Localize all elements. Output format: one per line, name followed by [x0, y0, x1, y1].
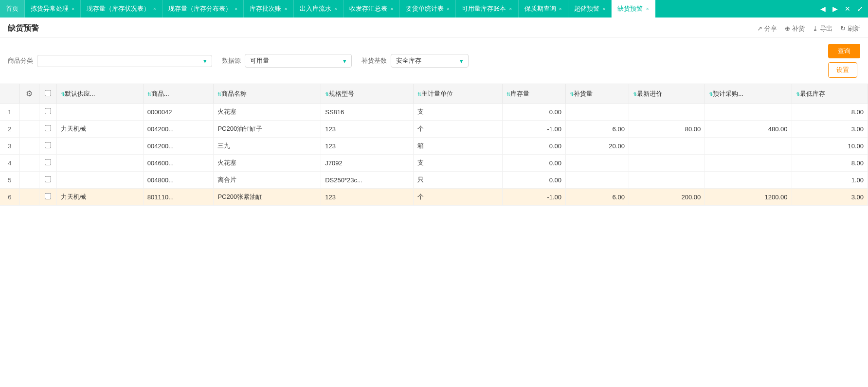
nav-tab-close-1[interactable]: ×	[72, 6, 74, 12]
nav-tab-7[interactable]: 要货单统计表×	[400, 0, 456, 18]
th-min_stock[interactable]: ⇅最低库存	[792, 84, 868, 104]
th-stock_qty[interactable]: ⇅库存量	[503, 84, 566, 104]
nav-tab-close-2[interactable]: ×	[153, 6, 156, 12]
th-estimated_purchase[interactable]: ⇅预计采购...	[705, 84, 792, 104]
col-label-latest_price: 最新进价	[637, 90, 662, 97]
replenish-action[interactable]: ⊕ 补货	[785, 24, 805, 33]
nav-tab-close-6[interactable]: ×	[390, 6, 393, 12]
nav-tab-3[interactable]: 现存量（库存分布表）×	[163, 0, 244, 18]
cell-check-2[interactable]	[39, 138, 56, 155]
nav-tab-label-2: 现存量（库存状况表）	[87, 4, 150, 13]
gear-icon[interactable]: ⚙	[26, 89, 33, 98]
nav-tab-close-10[interactable]: ×	[602, 6, 605, 12]
row-checkbox-4[interactable]	[45, 176, 51, 182]
cell-check-0[interactable]	[39, 104, 56, 121]
th-check	[39, 84, 56, 104]
th-product_name[interactable]: ⇅商品名称	[214, 84, 321, 104]
nav-tab-0[interactable]: 首页	[0, 0, 25, 18]
sort-icon-replenish_qty: ⇅	[570, 91, 574, 97]
table-row: 10000042火花塞SS816支0.008.00	[0, 104, 868, 121]
nav-tab-10[interactable]: 超储预警×	[568, 0, 612, 18]
th-unit[interactable]: ⇅主计量单位	[414, 84, 503, 104]
nav-tab-label-5: 出入库流水	[300, 4, 331, 13]
export-action[interactable]: ⤓ 导出	[813, 24, 832, 33]
row-checkbox-2[interactable]	[45, 142, 51, 148]
filter-actions: 查询 设置	[828, 44, 860, 78]
cell-stock_qty-5: -1.00	[503, 189, 566, 206]
cell-default_supplier-5: 力天机械	[56, 189, 143, 206]
datasource-select-value: 可用量	[250, 56, 269, 65]
settings-button[interactable]: 设置	[828, 62, 857, 78]
cell-settings-4	[19, 172, 39, 189]
cell-unit-5: 个	[414, 189, 503, 206]
nav-tab-close-9[interactable]: ×	[559, 6, 562, 12]
share-action[interactable]: ↗ 分享	[757, 24, 777, 33]
th-default_supplier[interactable]: ⇅默认供应...	[56, 84, 143, 104]
nav-tab-close-7[interactable]: ×	[447, 6, 450, 12]
commodity-filter-group: 商品分类 ▾	[8, 55, 212, 67]
nav-tab-5[interactable]: 出入库流水×	[294, 0, 344, 18]
nav-expand-btn[interactable]: ⤢	[854, 3, 866, 15]
nav-close-btn[interactable]: ✕	[842, 3, 853, 15]
cell-stock_qty-1: -1.00	[503, 121, 566, 138]
nav-tab-close-5[interactable]: ×	[334, 6, 337, 12]
datasource-select[interactable]: 可用量 ▾	[245, 54, 352, 68]
nav-tab-label-9: 保质期查询	[524, 4, 556, 13]
col-label-min_stock: 最低库存	[800, 90, 825, 97]
th-replenish_qty[interactable]: ⇅补货量	[565, 84, 629, 104]
th-latest_price[interactable]: ⇅最新进价	[629, 84, 705, 104]
nav-tab-4[interactable]: 库存批次账×	[244, 0, 293, 18]
cell-spec-1: 123	[321, 121, 414, 138]
nav-tab-1[interactable]: 拣货异常处理×	[25, 0, 81, 18]
cell-check-4[interactable]	[39, 172, 56, 189]
nav-bar: 首页拣货异常处理×现存量（库存状况表）×现存量（库存分布表）×库存批次账×出入库…	[0, 0, 868, 18]
cell-check-3[interactable]	[39, 155, 56, 172]
nav-tab-close-8[interactable]: ×	[509, 6, 512, 12]
cell-settings-3	[19, 155, 39, 172]
commodity-select[interactable]: ▾	[37, 55, 212, 67]
cell-spec-2: 123	[321, 138, 414, 155]
nav-tab-2[interactable]: 现存量（库存状况表）×	[81, 0, 162, 18]
cell-estimated_purchase-1: 480.00	[705, 121, 792, 138]
nav-tab-label-1: 拣货异常处理	[31, 4, 69, 13]
main-content: 缺货预警 ↗ 分享 ⊕ 补货 ⤓ 导出 ↻ 刷新 商品分类	[0, 18, 868, 387]
refresh-action[interactable]: ↻ 刷新	[840, 24, 860, 33]
th-product_code[interactable]: ⇅商品...	[143, 84, 214, 104]
nav-tab-close-11[interactable]: ×	[646, 6, 649, 12]
nav-tab-9[interactable]: 保质期查询×	[519, 0, 568, 18]
select-all-checkbox[interactable]	[45, 90, 51, 96]
nav-tab-close-4[interactable]: ×	[284, 6, 287, 12]
row-checkbox-1[interactable]	[45, 125, 51, 131]
row-checkbox-5[interactable]	[45, 193, 51, 199]
nav-tab-label-0: 首页	[6, 4, 18, 13]
nav-tab-11[interactable]: 缺货预警×	[612, 0, 655, 18]
row-checkbox-3[interactable]	[45, 159, 51, 165]
cell-latest_price-1: 80.00	[629, 121, 705, 138]
replenish-label: 补货	[792, 24, 805, 33]
data-table: ⚙⇅默认供应...⇅商品...⇅商品名称⇅规格型号⇅主计量单位⇅库存量⇅补货量⇅…	[0, 84, 868, 206]
nav-next-btn[interactable]: ▶	[830, 3, 841, 15]
nav-tab-label-6: 收发存汇总表	[349, 4, 387, 13]
nav-prev-btn[interactable]: ◀	[817, 3, 829, 15]
cell-estimated_purchase-3	[705, 155, 792, 172]
cell-replenish_qty-5: 6.00	[565, 189, 629, 206]
cell-rownum-0: 1	[0, 104, 19, 121]
cell-product_code-5: 801110...	[143, 189, 214, 206]
nav-tab-6[interactable]: 收发存汇总表×	[344, 0, 399, 18]
nav-tab-8[interactable]: 可用量库存账本×	[456, 0, 518, 18]
cell-check-1[interactable]	[39, 121, 56, 138]
cell-min_stock-4: 1.00	[792, 172, 868, 189]
cell-rownum-5: 6	[0, 189, 19, 206]
nav-tab-close-3[interactable]: ×	[235, 6, 237, 12]
replenish-base-select[interactable]: 安全库存 ▾	[391, 54, 469, 68]
cell-check-5[interactable]	[39, 189, 56, 206]
cell-latest_price-0	[629, 104, 705, 121]
th-spec[interactable]: ⇅规格型号	[321, 84, 414, 104]
datasource-label: 数据源	[222, 56, 241, 65]
refresh-icon: ↻	[840, 25, 846, 32]
cell-product_name-4: 离合片	[214, 172, 321, 189]
query-button[interactable]: 查询	[828, 44, 860, 58]
row-checkbox-0[interactable]	[45, 108, 51, 114]
nav-tab-label-8: 可用量库存账本	[462, 4, 506, 13]
table-container: ⚙⇅默认供应...⇅商品...⇅商品名称⇅规格型号⇅主计量单位⇅库存量⇅补货量⇅…	[0, 84, 868, 206]
